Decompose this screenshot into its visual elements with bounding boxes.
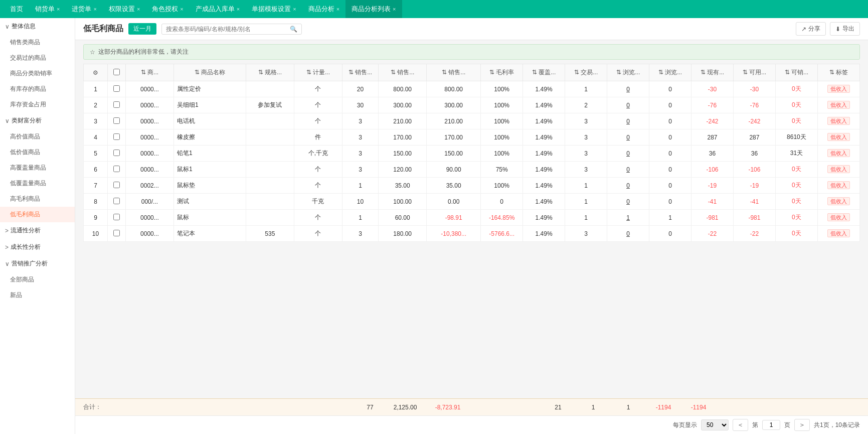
sidebar-group-流通性分析[interactable]: >流通性分析 [0, 222, 75, 239]
export-button[interactable]: ⬇ 导出 [830, 22, 860, 36]
nav-item-首页[interactable]: 首页 [4, 0, 29, 18]
browse-link[interactable]: 0 [626, 230, 630, 237]
col-sort-icon[interactable]: ⇅ [195, 69, 200, 76]
col-sort-icon[interactable]: ⇅ [141, 69, 146, 76]
col-sort-icon[interactable]: ⇅ [349, 69, 354, 76]
sidebar-item-低覆盖量商品[interactable]: 低覆盖量商品 [0, 176, 75, 191]
nav-item-角色授权[interactable]: 角色授权× [146, 0, 189, 18]
table-cell-checkbox[interactable] [107, 97, 125, 113]
sidebar-item-高价值商品[interactable]: 高价值商品 [0, 129, 75, 144]
col-sort-icon[interactable]: ⇅ [658, 69, 663, 76]
table-cell-settings[interactable]: 7 [84, 178, 108, 194]
row-checkbox[interactable] [113, 133, 120, 140]
sidebar-item-低价值商品[interactable]: 低价值商品 [0, 144, 75, 160]
sidebar-group-成长性分析[interactable]: >成长性分析 [0, 239, 75, 255]
col-sort-icon[interactable]: ⇅ [258, 69, 263, 76]
browse-link[interactable]: 0 [626, 102, 630, 109]
row-checkbox[interactable] [113, 214, 120, 220]
sidebar-item-高覆盖量商品[interactable]: 高覆盖量商品 [0, 160, 75, 176]
col-sort-icon[interactable]: ⇅ [785, 69, 790, 76]
search-input[interactable] [166, 26, 290, 33]
col-header-settings[interactable]: ⚙ [84, 64, 108, 81]
filter-button[interactable]: 近一月 [128, 23, 156, 35]
nav-item-销货单[interactable]: 销货单× [29, 0, 66, 18]
col-header-coverage[interactable]: ⇅ 覆盖... [523, 64, 565, 81]
row-checkbox[interactable] [113, 85, 120, 92]
nav-item-商品分析列表[interactable]: 商品分析列表× [345, 0, 402, 18]
browse-link[interactable]: 0 [626, 86, 630, 93]
col-header-stock_saleable[interactable]: ⇅ 可销... [775, 64, 817, 81]
close-icon[interactable]: × [393, 6, 396, 12]
row-checkbox[interactable] [113, 166, 120, 172]
row-checkbox[interactable] [113, 101, 120, 108]
table-cell-checkbox[interactable] [107, 226, 125, 242]
col-sort-icon[interactable]: ⇅ [489, 69, 494, 76]
col-header-name[interactable]: ⇅ 商品名称 [173, 64, 246, 81]
col-header-sales_amount[interactable]: ⇅ 销售... [427, 64, 481, 81]
col-sort-icon[interactable]: ⇅ [701, 69, 706, 76]
close-icon[interactable]: × [57, 6, 60, 12]
sidebar-item-交易过的商品[interactable]: 交易过的商品 [0, 50, 75, 66]
row-checkbox[interactable] [113, 150, 120, 156]
sidebar-item-销售类商品[interactable]: 销售类商品 [0, 35, 75, 50]
col-header-code[interactable]: ⇅ 商... [125, 64, 173, 81]
table-cell-settings[interactable]: 10 [84, 226, 108, 242]
col-header-spec[interactable]: ⇅ 规格... [246, 64, 294, 81]
next-page-button[interactable]: ＞ [794, 419, 810, 431]
browse-link[interactable]: 0 [626, 134, 630, 141]
sidebar-group-类财富分析[interactable]: ∨类财富分析 [0, 112, 75, 129]
browse-link[interactable]: 0 [626, 150, 630, 157]
browse-link[interactable]: 0 [626, 198, 630, 205]
table-cell-checkbox[interactable] [107, 194, 125, 210]
close-icon[interactable]: × [237, 6, 240, 12]
table-cell-settings[interactable]: 8 [84, 194, 108, 210]
close-icon[interactable]: × [293, 6, 296, 12]
sidebar-item-高毛利商品[interactable]: 高毛利商品 [0, 191, 75, 207]
browse-link[interactable]: 0 [626, 182, 630, 189]
close-icon[interactable]: × [336, 6, 339, 12]
table-cell-checkbox[interactable] [107, 162, 125, 178]
nav-item-商品分析[interactable]: 商品分析× [302, 0, 345, 18]
table-cell-checkbox[interactable] [107, 81, 125, 97]
col-header-sales_price[interactable]: ⇅ 销售... [379, 64, 427, 81]
browse-link[interactable]: 0 [626, 118, 630, 125]
sidebar-item-全部商品[interactable]: 全部商品 [0, 272, 75, 287]
row-checkbox[interactable] [113, 117, 120, 124]
table-cell-settings[interactable]: 4 [84, 129, 108, 146]
table-cell-checkbox[interactable] [107, 178, 125, 194]
col-sort-icon[interactable]: ⇅ [532, 69, 537, 76]
table-cell-checkbox[interactable] [107, 146, 125, 162]
table-cell-settings[interactable]: 2 [84, 97, 108, 113]
col-header-transaction[interactable]: ⇅ 交易... [565, 64, 607, 81]
table-cell-checkbox[interactable] [107, 210, 125, 226]
col-header-gross_margin[interactable]: ⇅ 毛利率 [481, 64, 523, 81]
sidebar-group-营销推广分析[interactable]: ∨营销推广分析 [0, 255, 75, 272]
browse-link[interactable]: 1 [626, 214, 630, 221]
sidebar-item-新品[interactable]: 新品 [0, 287, 75, 303]
col-header-stock_available[interactable]: ⇅ 可用... [733, 64, 775, 81]
table-cell-settings[interactable]: 1 [84, 81, 108, 97]
row-checkbox[interactable] [113, 182, 120, 188]
col-header-browse1[interactable]: ⇅ 浏览... [607, 64, 649, 81]
table-cell-checkbox[interactable] [107, 113, 125, 129]
browse-link[interactable]: 0 [626, 166, 630, 173]
sidebar-item-商品分类助销率[interactable]: 商品分类助销率 [0, 66, 75, 81]
page-number-input[interactable] [762, 420, 780, 430]
col-sort-icon[interactable]: ⇅ [616, 69, 621, 76]
settings-icon[interactable]: ⚙ [93, 69, 98, 76]
sidebar-item-低毛利商品[interactable]: 低毛利商品 [0, 207, 75, 222]
close-icon[interactable]: × [93, 6, 96, 12]
col-header-tag[interactable]: ⇅ 标签 [817, 64, 859, 81]
col-sort-icon[interactable]: ⇅ [442, 69, 447, 76]
col-sort-icon[interactable]: ⇅ [574, 69, 579, 76]
close-icon[interactable]: × [180, 6, 183, 12]
nav-item-单据模板设置[interactable]: 单据模板设置× [246, 0, 302, 18]
share-button[interactable]: ↗ 分享 [796, 22, 826, 36]
sidebar-group-整体信息[interactable]: ∨整体信息 [0, 18, 75, 35]
nav-item-产成品入库单[interactable]: 产成品入库单× [190, 0, 246, 18]
row-checkbox[interactable] [113, 198, 120, 204]
table-cell-settings[interactable]: 5 [84, 146, 108, 162]
col-sort-icon[interactable]: ⇅ [306, 69, 311, 76]
table-cell-settings[interactable]: 9 [84, 210, 108, 226]
col-header-browse2[interactable]: ⇅ 浏览... [649, 64, 691, 81]
